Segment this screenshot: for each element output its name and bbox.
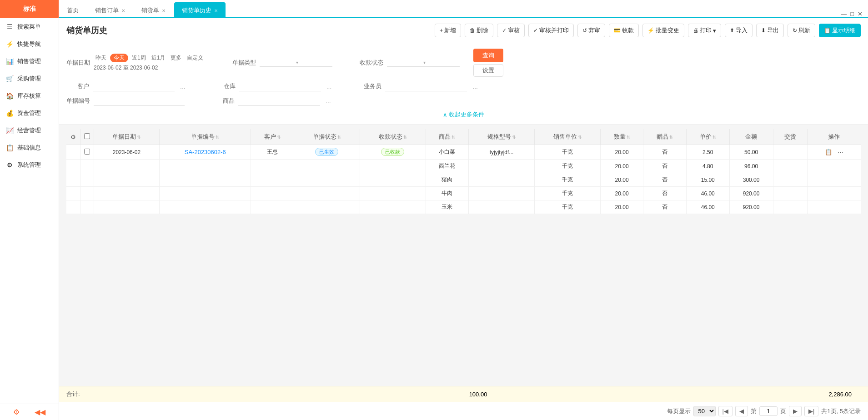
col-settings[interactable]: ⚙ — [66, 129, 80, 145]
window-minimize-btn[interactable]: — — [841, 10, 847, 17]
tab-home[interactable]: 首页 — [59, 2, 86, 18]
page-number-input[interactable] — [759, 406, 778, 416]
row-price: 46.00 — [686, 187, 729, 200]
sidebar-item-basic-info[interactable]: 📋 基础信息 — [0, 139, 59, 156]
goods-dots[interactable]: ... — [326, 97, 331, 105]
delete-button[interactable]: 🗑 删除 — [465, 24, 493, 37]
row-number[interactable]: SA-20230602-6 — [160, 145, 251, 160]
row-goods: 玉米 — [426, 200, 469, 214]
price-sort-icon[interactable]: ⇅ — [712, 135, 716, 140]
sidebar-item-sales-mgmt[interactable]: 📊 销售管理 — [0, 53, 59, 70]
doc-status-sort-icon[interactable]: ⇅ — [337, 135, 341, 140]
payment-status-sort-icon[interactable]: ⇅ — [403, 135, 407, 140]
batch-change-button[interactable]: ⚡ 批量变更 — [642, 24, 684, 37]
row-checkbox-cell[interactable] — [80, 173, 94, 187]
shortcut-yesterday[interactable]: 昨天 — [94, 54, 108, 62]
row-number[interactable] — [160, 173, 251, 187]
batch-change-icon: ⚡ — [647, 27, 654, 34]
sales-mgmt-icon: 📊 — [5, 57, 14, 65]
doc-number-link[interactable]: SA-20230602-6 — [185, 149, 226, 155]
collect-button[interactable]: 💳 收款 — [609, 24, 639, 37]
col-payment-status: 收款状态 ⇅ — [360, 129, 426, 145]
collapse-filter-btn[interactable]: ∧ 收起更多条件 — [443, 110, 484, 119]
warehouse-input[interactable] — [239, 81, 321, 91]
window-close-btn[interactable]: ✕ — [858, 10, 863, 17]
filter-settings-button[interactable]: 设置 — [473, 64, 503, 77]
tab-sales-order[interactable]: 销售订单 ✕ — [87, 2, 133, 18]
window-maximize-btn[interactable]: □ — [850, 10, 854, 17]
first-page-btn[interactable]: |◀ — [718, 406, 733, 416]
last-page-btn[interactable]: ▶| — [804, 406, 818, 416]
salesperson-dots[interactable]: ... — [472, 83, 478, 90]
per-page-select[interactable]: 50 — [693, 406, 716, 416]
row-number[interactable] — [160, 160, 251, 173]
shortcut-today[interactable]: 今天 — [110, 54, 128, 62]
row-number[interactable] — [160, 200, 251, 214]
tab-sales-history-close[interactable]: ✕ — [214, 8, 218, 13]
add-button[interactable]: + 新增 — [435, 24, 461, 37]
print-button[interactable]: 🖨 打印 ▾ — [688, 24, 721, 37]
shortcut-custom[interactable]: 自定义 — [185, 54, 205, 62]
sidebar-item-inventory[interactable]: 🏠 库存核算 — [0, 87, 59, 105]
audit-button[interactable]: ✓ 审核 — [497, 24, 525, 37]
refresh-button[interactable]: ↻ 刷新 — [788, 24, 815, 37]
customer-sort-icon[interactable]: ⇅ — [277, 135, 281, 140]
number-sort-icon[interactable]: ⇅ — [216, 135, 219, 140]
customer-dots[interactable]: ... — [180, 83, 186, 90]
unit-sort-icon[interactable]: ⇅ — [578, 135, 582, 140]
table-wrapper: ⚙ 单据日期 ⇅ 单据编号 ⇅ — [59, 125, 868, 386]
table-gear-icon[interactable]: ⚙ — [70, 134, 76, 140]
row-checkbox-cell[interactable] — [80, 187, 94, 200]
next-page-btn[interactable]: ▶ — [789, 406, 802, 416]
sidebar-item-operations[interactable]: 📈 经营管理 — [0, 122, 59, 139]
shortcut-last1month[interactable]: 近1月 — [150, 54, 167, 62]
warehouse-dots[interactable]: ... — [326, 83, 332, 90]
show-details-button[interactable]: 📋 显示明细 — [819, 24, 861, 37]
date-sort-icon[interactable]: ⇅ — [137, 135, 140, 140]
sidebar-item-search-menu[interactable]: ☰ 搜索菜单 — [0, 18, 59, 35]
query-button[interactable]: 查询 — [473, 49, 503, 62]
tab-sales-order-close[interactable]: ✕ — [121, 8, 125, 13]
doc-number-input[interactable] — [94, 96, 185, 106]
payment-status-select[interactable]: ▾ — [387, 59, 460, 67]
col-checkbox[interactable] — [80, 129, 94, 145]
sidebar-item-sys-mgmt[interactable]: ⚙ 系统管理 — [0, 156, 59, 174]
per-page-label: 每页显示 — [667, 407, 691, 415]
tab-sales-history[interactable]: 销货单历史 ✕ — [174, 2, 226, 18]
row-more-btn[interactable]: ⋯ — [836, 148, 845, 156]
row-amount: 920.00 — [729, 187, 773, 200]
export-button[interactable]: ⬇ 导出 — [756, 24, 784, 37]
row-view-btn[interactable]: 📋 — [823, 148, 834, 156]
customer-input[interactable] — [93, 81, 175, 91]
doc-type-select[interactable]: ▾ — [260, 59, 332, 67]
settings-bottom-icon[interactable]: ⚙ — [13, 408, 20, 416]
sidebar-item-quick-nav[interactable]: ⚡ 快捷导航 — [0, 35, 59, 53]
row-checkbox-cell[interactable] — [80, 160, 94, 173]
tab-sales-goods-close[interactable]: ✕ — [162, 8, 166, 13]
table-row: 猪肉 千克 20.00 否 15.00 300.00 — [66, 173, 861, 187]
row-checkbox[interactable] — [84, 149, 90, 155]
gift-sort-icon[interactable]: ⇅ — [669, 135, 673, 140]
spec-sort-icon[interactable]: ⇅ — [512, 135, 516, 140]
goods-input[interactable] — [238, 96, 320, 106]
shortcut-last7days[interactable]: 近1周 — [130, 54, 148, 62]
salesperson-input[interactable] — [385, 81, 467, 91]
shortcut-more[interactable]: 更多 — [169, 54, 183, 62]
goods-sort-icon[interactable]: ⇅ — [452, 135, 455, 140]
sidebar-item-purchase-mgmt[interactable]: 🛒 采购管理 — [0, 70, 59, 87]
row-checkbox-cell[interactable] — [80, 200, 94, 214]
doc-status-badge: 已生效 — [315, 148, 338, 156]
row-number[interactable] — [160, 187, 251, 200]
row-settings-cell — [66, 187, 80, 200]
quantity-sort-icon[interactable]: ⇅ — [627, 135, 630, 140]
row-quantity: 20.00 — [600, 173, 643, 187]
abandon-button[interactable]: ↺ 弃审 — [577, 24, 605, 37]
row-checkbox-cell[interactable] — [80, 145, 94, 160]
audit-print-button[interactable]: ✓ 审核并打印 — [528, 24, 574, 37]
prev-page-btn[interactable]: ◀ — [735, 406, 748, 416]
sidebar-item-finance[interactable]: 💰 资金管理 — [0, 105, 59, 122]
import-button[interactable]: ⬆ 导入 — [725, 24, 753, 37]
select-all-checkbox[interactable] — [84, 133, 90, 139]
collapse-bottom-icon[interactable]: ◀◀ — [35, 408, 45, 416]
tab-sales-goods[interactable]: 销货单 ✕ — [134, 2, 173, 18]
